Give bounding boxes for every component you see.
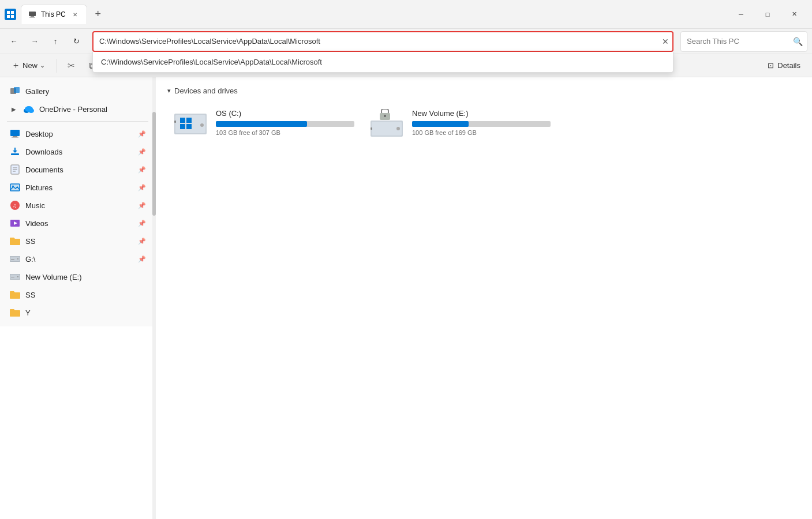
toolbar: ← → ↑ ↻ ✕ C:\Windows\ServiceProfiles\Loc… bbox=[0, 29, 812, 54]
sidebar-item-videos[interactable]: Videos 📌 bbox=[2, 215, 153, 232]
sidebar-item-downloads[interactable]: Downloads 📌 bbox=[2, 143, 153, 160]
details-button[interactable]: ⊡ Details bbox=[761, 58, 807, 73]
sidebar-item-music[interactable]: ♫ Music 📌 bbox=[2, 197, 153, 214]
sidebar-item-y[interactable]: Y bbox=[2, 304, 153, 321]
y-folder-icon bbox=[9, 307, 21, 318]
sidebar-item-ss[interactable]: SS 📌 bbox=[2, 232, 153, 250]
sidebar-item-documents[interactable]: Documents 📌 bbox=[2, 161, 153, 178]
drive-e-bar-bg bbox=[412, 121, 551, 127]
active-tab[interactable]: This PC ✕ bbox=[21, 5, 87, 24]
svg-rect-0 bbox=[7, 11, 10, 14]
svg-rect-41 bbox=[180, 118, 185, 123]
sidebar-item-gdrive[interactable]: G:\ 📌 bbox=[2, 250, 153, 268]
addressbar-input[interactable] bbox=[92, 31, 673, 52]
sidebar-item-gdrive-label: G:\ bbox=[25, 255, 133, 264]
sidebar-item-desktop-label: Desktop bbox=[25, 130, 133, 138]
addressbar-container: ✕ C:\Windows\ServiceProfiles\LocalServic… bbox=[92, 31, 673, 52]
ss-folder-icon bbox=[9, 235, 21, 247]
svg-rect-38 bbox=[11, 277, 14, 277]
refresh-button[interactable]: ↻ bbox=[67, 32, 85, 51]
svg-rect-1 bbox=[11, 11, 14, 14]
sidebar-inner: Gallery ▶ OneDrive - Personal bbox=[0, 77, 156, 326]
sidebar-item-gallery[interactable]: Gallery bbox=[2, 82, 153, 100]
new-chevron-icon: ⌄ bbox=[40, 62, 45, 69]
search-input[interactable] bbox=[680, 31, 807, 52]
up-button[interactable]: ↑ bbox=[46, 32, 65, 51]
new-label: New bbox=[23, 61, 38, 70]
svg-marker-18 bbox=[13, 151, 17, 153]
drive-c-icon bbox=[174, 109, 209, 139]
svg-point-49 bbox=[384, 115, 386, 117]
sidebar-item-desktop[interactable]: Desktop 📌 bbox=[2, 125, 153, 142]
scissors-icon: ✂ bbox=[68, 61, 75, 71]
sidebar-item-gallery-label: Gallery bbox=[25, 87, 146, 96]
newvolume-drive-icon bbox=[9, 271, 21, 283]
search-wrapper: 🔍 bbox=[680, 31, 807, 52]
svg-rect-42 bbox=[186, 118, 192, 123]
ss2-folder-icon bbox=[9, 289, 21, 300]
svg-rect-34 bbox=[11, 259, 14, 260]
main-layout: Gallery ▶ OneDrive - Personal bbox=[0, 77, 812, 519]
sidebar-item-pictures[interactable]: Pictures 📌 bbox=[2, 179, 153, 196]
drive-e-space: 100 GB free of 169 GB bbox=[412, 129, 551, 136]
gdrive-pin-icon: 📌 bbox=[138, 255, 146, 263]
drive-e-info: New Volume (E:) 100 GB free of 169 GB bbox=[412, 109, 551, 136]
new-plus-icon: ＋ bbox=[12, 60, 20, 71]
addressbar-clear-button[interactable]: ✕ bbox=[662, 37, 669, 46]
videos-icon bbox=[9, 217, 21, 229]
sidebar-item-documents-label: Documents bbox=[25, 166, 133, 174]
drive-c[interactable]: OS (C:) 103 GB free of 307 GB bbox=[167, 102, 352, 146]
address-dropdown: C:\Windows\ServiceProfiles\LocalService\… bbox=[92, 52, 673, 73]
sidebar-item-videos-label: Videos bbox=[25, 219, 133, 228]
svg-point-46 bbox=[200, 123, 204, 127]
sidebar-item-pictures-label: Pictures bbox=[25, 183, 133, 192]
sidebar-scrollbar-thumb[interactable] bbox=[152, 112, 156, 216]
cut-button[interactable]: ✂ bbox=[62, 57, 80, 75]
titlebar: This PC ✕ + ─ □ ✕ bbox=[0, 0, 812, 29]
svg-text:♫: ♫ bbox=[13, 202, 17, 209]
new-tab-button[interactable]: + bbox=[89, 6, 107, 23]
svg-rect-13 bbox=[13, 136, 17, 137]
sidebar-item-onedrive[interactable]: ▶ OneDrive - Personal bbox=[2, 100, 153, 118]
new-button[interactable]: ＋ New ⌄ bbox=[5, 57, 52, 74]
tab-computer-icon bbox=[28, 10, 36, 18]
devices-section-header: ▾ Devices and drives bbox=[167, 86, 800, 95]
svg-rect-2 bbox=[7, 15, 10, 18]
music-icon: ♫ bbox=[9, 200, 21, 211]
window-icon bbox=[5, 9, 16, 20]
sidebar-item-newvolume[interactable]: New Volume (E:) bbox=[2, 268, 153, 285]
maximize-button[interactable]: □ bbox=[754, 5, 781, 24]
svg-rect-12 bbox=[10, 130, 20, 136]
svg-rect-14 bbox=[12, 137, 18, 138]
drive-e[interactable]: New Volume (E:) 100 GB free of 169 GB bbox=[364, 102, 548, 146]
details-label: Details bbox=[777, 61, 800, 70]
ss-pin-icon: 📌 bbox=[138, 238, 146, 245]
drive-c-bar-fill bbox=[216, 121, 307, 127]
back-button[interactable]: ← bbox=[5, 32, 23, 51]
svg-rect-43 bbox=[180, 124, 185, 129]
svg-rect-45 bbox=[174, 121, 176, 123]
minimize-button[interactable]: ─ bbox=[728, 5, 754, 24]
svg-point-33 bbox=[17, 258, 18, 260]
svg-point-37 bbox=[17, 276, 18, 277]
sidebar-item-ss2[interactable]: SS bbox=[2, 286, 153, 303]
svg-rect-52 bbox=[371, 127, 372, 130]
details-icon: ⊡ bbox=[768, 61, 774, 70]
section-title: Devices and drives bbox=[174, 86, 238, 95]
onedrive-icon bbox=[23, 103, 35, 115]
documents-icon bbox=[9, 164, 21, 175]
gallery-icon bbox=[9, 85, 21, 97]
desktop-icon bbox=[9, 128, 21, 140]
tab-close-button[interactable]: ✕ bbox=[70, 10, 80, 19]
svg-rect-8 bbox=[14, 87, 20, 93]
address-dropdown-item[interactable]: C:\Windows\ServiceProfiles\LocalService\… bbox=[93, 52, 673, 72]
music-pin-icon: 📌 bbox=[138, 202, 146, 209]
forward-button[interactable]: → bbox=[25, 32, 44, 51]
onedrive-expand-icon: ▶ bbox=[9, 104, 18, 114]
sidebar-scrolltrack bbox=[152, 77, 156, 519]
svg-rect-5 bbox=[31, 16, 34, 17]
drive-c-bar-bg bbox=[216, 121, 354, 127]
content-area: ▾ Devices and drives bbox=[156, 77, 812, 519]
close-button[interactable]: ✕ bbox=[781, 5, 807, 24]
documents-pin-icon: 📌 bbox=[138, 166, 146, 174]
